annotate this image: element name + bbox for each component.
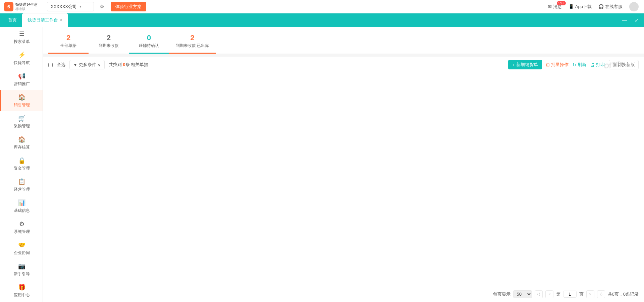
minimize-icon[interactable]: — xyxy=(620,15,629,25)
page-label: 第 xyxy=(556,291,560,297)
new-btn-label: 新增销货单 xyxy=(516,62,538,68)
stat-tab-pending[interactable]: 0 旺辅待确认 xyxy=(129,31,169,54)
filter-label: 更多条件 xyxy=(79,62,96,68)
quick-nav-icon: ⚡ xyxy=(18,51,25,59)
message-item[interactable]: ✉ 消息 99+ xyxy=(548,4,562,10)
refresh-label: 刷新 xyxy=(578,62,586,68)
sidebar-item-marketing[interactable]: 📢 营销推广 xyxy=(0,69,43,90)
plus-icon: + xyxy=(512,62,515,67)
stat-number-overdue-shipped: 2 xyxy=(176,34,209,42)
app-download-item[interactable]: 📱 App下载 xyxy=(569,4,592,10)
top-header: 6 畅捷通好生意 标准版 XXXXXX公司 ▼ ⚙ 体验行业方案 ✉ 消息 99… xyxy=(0,0,644,13)
sidebar-item-inventory[interactable]: 🏠 库存核算 xyxy=(0,132,43,154)
sidebar-item-quick-nav[interactable]: ⚡ 快捷导航 xyxy=(0,48,43,69)
sidebar-item-label: 营销推广 xyxy=(14,81,30,87)
download-icon: 📱 xyxy=(569,4,574,9)
sidebar-item-label: 基础信息 xyxy=(14,208,30,214)
stat-number-pending: 0 xyxy=(136,34,162,42)
logo-icon: 6 xyxy=(4,2,13,11)
pagination: 每页显示 50 100 200 ⟨⟨ ＜ 第 页 ＞ ⟩⟩ 共0页，0条记录 xyxy=(43,286,644,302)
tab-qianhuoriqing[interactable]: 钱货日清工作台 × xyxy=(22,13,68,27)
sidebar-item-sys-mgmt[interactable]: ⚙ 系统管理 xyxy=(0,217,43,238)
batch-label: 批量操作 xyxy=(551,62,569,68)
last-page-button[interactable]: ⟩⟩ xyxy=(597,290,605,298)
print-button[interactable]: 🖨 打印 xyxy=(590,62,605,68)
stat-tab-overdue-shipped[interactable]: 2 到期未收款 已出库 xyxy=(169,31,216,54)
print-label: 打印 xyxy=(596,62,605,68)
stat-label-overdue: 到期未收款 xyxy=(95,43,122,49)
sidebar-item-label: 经营管理 xyxy=(14,187,30,192)
stats-tabs: 2 全部单据 2 到期未收款 0 旺辅待确认 2 到期未收款 已出库 xyxy=(43,27,644,54)
prev-page-button[interactable]: ＜ xyxy=(545,290,553,298)
online-service-item[interactable]: 🎧 在线客服 xyxy=(598,4,623,10)
sys-mgmt-icon: ⚙ xyxy=(19,220,24,228)
avatar xyxy=(629,2,639,11)
switch-label: 切换新版 xyxy=(618,62,635,68)
message-badge: 99+ xyxy=(557,1,566,5)
basic-info-icon: 📊 xyxy=(18,199,25,206)
sidebar-item-operations[interactable]: 📋 经营管理 xyxy=(0,175,43,196)
sidebar-item-purchase[interactable]: 🛒 采购管理 xyxy=(0,111,43,132)
logo-area: 6 畅捷通好生意 标准版 xyxy=(4,2,47,11)
toolbar-right: + 新增销货单 ⊞ 批量操作 ↻ 刷新 🖨 打印 ⊞ 切换新版 xyxy=(508,60,639,69)
company-selector[interactable]: XXXXXX公司 ▼ xyxy=(47,2,94,11)
page-size-select[interactable]: 50 100 200 xyxy=(513,290,532,298)
stat-tab-all[interactable]: 2 全部单据 xyxy=(48,31,89,54)
next-page-button[interactable]: ＞ xyxy=(586,290,594,298)
beginner-icon: 📷 xyxy=(18,262,25,270)
header-right: ✉ 消息 99+ 📱 App下载 🎧 在线客服 xyxy=(548,2,640,11)
page-input[interactable] xyxy=(563,291,577,298)
stat-label-overdue-shipped: 到期未收款 已出库 xyxy=(176,43,209,49)
sidebar-item-cooperation[interactable]: 🤝 企业协同 xyxy=(0,238,43,259)
select-all-checkbox[interactable] xyxy=(48,63,53,67)
online-service-label: 在线客服 xyxy=(605,4,623,10)
sidebar-item-sales[interactable]: 🏠 销售管理 xyxy=(0,90,43,111)
sidebar-item-label: 资金管理 xyxy=(14,166,30,171)
select-all-label: 全选 xyxy=(57,62,65,68)
sidebar-item-label: 企业协同 xyxy=(14,250,30,256)
inventory-icon: 🏠 xyxy=(18,136,25,143)
sidebar-item-label: 库存核算 xyxy=(14,144,30,150)
batch-operation-button[interactable]: ⊞ 批量操作 xyxy=(546,62,569,68)
search-menu-icon: ☰ xyxy=(19,30,24,38)
sidebar-item-app-center[interactable]: 🎁 应用中心 xyxy=(0,280,43,301)
batch-icon: ⊞ xyxy=(546,62,550,67)
trial-button[interactable]: 体验行业方案 xyxy=(111,2,146,11)
sidebar-item-label: 销售管理 xyxy=(14,102,30,108)
stat-label-all: 全部单据 xyxy=(55,43,82,49)
sidebar-item-label: 新手引导 xyxy=(14,271,30,277)
maximize-icon[interactable]: ⤢ xyxy=(632,15,641,25)
count-number: 0 xyxy=(123,62,125,67)
sidebar-item-search-menu[interactable]: ☰ 搜索菜单 xyxy=(0,27,43,48)
refresh-icon: ↻ xyxy=(573,62,576,67)
switch-icon: ⊞ xyxy=(612,62,616,67)
stat-number-overdue: 2 xyxy=(95,34,122,42)
stat-tab-overdue[interactable]: 2 到期未收款 xyxy=(89,31,129,54)
sidebar-item-label: 采购管理 xyxy=(14,123,30,129)
stat-number-all: 2 xyxy=(55,34,82,42)
cooperation-icon: 🤝 xyxy=(18,241,25,249)
sidebar: ☰ 搜索菜单 ⚡ 快捷导航 📢 营销推广 🏠 销售管理 🛒 采购管理 🏠 库存核… xyxy=(0,27,43,302)
refresh-button[interactable]: ↻ 刷新 xyxy=(573,62,586,68)
sidebar-item-label: 快捷导航 xyxy=(14,60,30,66)
filter-button[interactable]: ▼ 更多条件 ∨ xyxy=(69,60,105,69)
first-page-button[interactable]: ⟨⟨ xyxy=(535,290,543,298)
tab-home[interactable]: 首页 xyxy=(3,13,22,27)
filter-icon: ▼ xyxy=(73,62,77,67)
company-name: XXXXXX公司 xyxy=(51,4,77,10)
chevron-down-icon: ▼ xyxy=(79,5,82,8)
sidebar-item-basic-info[interactable]: 📊 基础信息 xyxy=(0,196,43,217)
print-icon: 🖨 xyxy=(590,62,595,67)
sales-icon: 🏠 xyxy=(18,94,25,101)
sidebar-item-beginner[interactable]: 📷 新手引导 xyxy=(0,259,43,280)
switch-version-button[interactable]: ⊞ 切换新版 xyxy=(609,60,639,69)
close-tab-icon[interactable]: × xyxy=(60,18,62,22)
new-sales-order-button[interactable]: + 新增销货单 xyxy=(508,60,542,69)
settings-icon[interactable]: ⚙ xyxy=(97,1,107,12)
page-suffix: 页 xyxy=(579,291,584,297)
avatar-area[interactable] xyxy=(629,2,640,11)
sidebar-item-capital[interactable]: 🔒 资金管理 xyxy=(0,154,43,175)
purchase-icon: 🛒 xyxy=(18,115,25,122)
filter-chevron-icon: ∨ xyxy=(98,62,101,67)
tab-actions: — ⤢ xyxy=(620,15,641,25)
